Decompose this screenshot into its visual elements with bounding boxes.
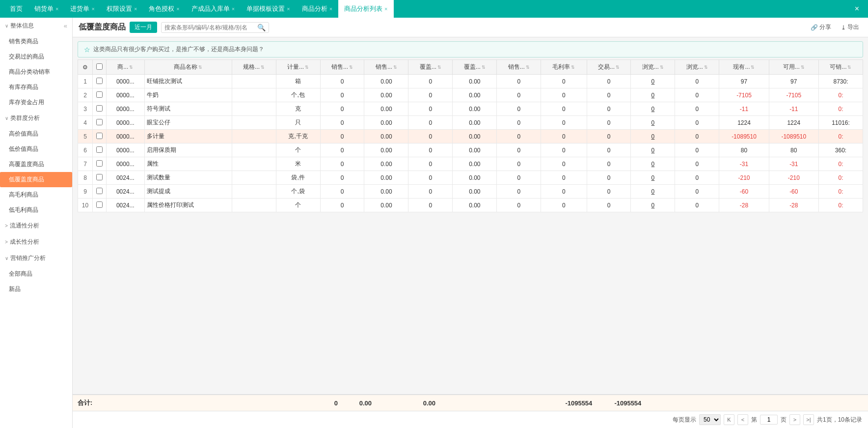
sidebar-section-growth[interactable]: > 成长性分析 (0, 234, 72, 250)
close-icon[interactable]: × (55, 6, 58, 12)
row-name[interactable]: 多计量 (144, 130, 232, 143)
window-close-button[interactable]: × (850, 0, 864, 18)
close-icon[interactable]: × (91, 6, 94, 12)
sidebar-item-high-margin[interactable]: 高毛利商品 (0, 187, 72, 202)
close-icon[interactable]: × (232, 6, 235, 12)
row-checkbox[interactable] (93, 185, 107, 199)
nav-product-analysis-list[interactable]: 商品分析列表 × (338, 0, 393, 18)
nav-role[interactable]: 角色授权 × (143, 0, 185, 18)
close-icon[interactable]: × (134, 6, 137, 12)
col-spec[interactable]: 规格...⇅ (232, 60, 276, 75)
col-sales-count[interactable]: 销售...⇅ (497, 60, 541, 75)
sidebar-item-capital[interactable]: 库存资金占用 (0, 95, 72, 110)
row-name[interactable]: 眼宝公仔 (144, 116, 232, 130)
nav-template[interactable]: 单据模板设置 × (241, 0, 296, 18)
row-gross-margin: 0 (541, 116, 587, 130)
row-checkbox[interactable] (93, 157, 107, 171)
row-browse1[interactable]: 0 (631, 116, 675, 130)
sidebar-item-low-margin[interactable]: 低毛利商品 (0, 202, 72, 218)
sidebar-item-sales-products[interactable]: 销售类商品 (0, 34, 72, 49)
nav-product-analysis[interactable]: 商品分析 × (296, 0, 338, 18)
row-name[interactable]: 测试数量 (144, 171, 232, 185)
sidebar-item-in-stock[interactable]: 有库存商品 (0, 80, 72, 95)
row-browse1[interactable]: 0 (631, 130, 675, 143)
row-name[interactable]: 测试提成 (144, 185, 232, 199)
row-name[interactable]: 符号测试 (144, 102, 232, 116)
sidebar-item-high-value[interactable]: 高价值商品 (0, 126, 72, 142)
nav-home[interactable]: 首页 (4, 0, 28, 18)
sidebar-item-traded[interactable]: 交易过的商品 (0, 49, 72, 64)
row-name[interactable]: 属性价格打印测试 (144, 199, 232, 212)
sidebar-item-new-products[interactable]: 新品 (0, 282, 72, 297)
row-name[interactable]: 启用保质期 (144, 143, 232, 157)
search-icon[interactable]: 🔍 (257, 24, 266, 31)
search-input[interactable] (164, 24, 257, 31)
sidebar-item-category-rate[interactable]: 商品分类动销率 (0, 64, 72, 80)
sidebar-item-high-coverage[interactable]: 高覆盖度商品 (0, 157, 72, 172)
select-all-checkbox[interactable] (96, 63, 103, 70)
row-browse1[interactable]: 0 (631, 75, 675, 88)
col-sales-amount[interactable]: 销售...⇅ (364, 60, 408, 75)
row-sales-amount: 0.00 (364, 102, 408, 116)
row-sales-amount: 0.00 (364, 185, 408, 199)
col-coverage1[interactable]: 覆盖...⇅ (408, 60, 453, 75)
col-sellable[interactable]: 可销...⇅ (818, 60, 863, 75)
row-browse1[interactable]: 0 (631, 88, 675, 102)
row-browse1[interactable]: 0 (631, 185, 675, 199)
col-unit[interactable]: 计量...⇅ (276, 60, 320, 75)
sidebar-section-overall[interactable]: ∨ 整体信息 « (0, 18, 72, 34)
row-checkbox[interactable] (93, 130, 107, 143)
sidebar-item-low-coverage[interactable]: 低覆盖度商品 (0, 172, 72, 187)
prev-page-button[interactable]: < (737, 414, 748, 425)
sidebar-section-marketing[interactable]: ∨ 营销推广分析 (0, 250, 72, 266)
col-gross-margin[interactable]: 毛利率⇅ (541, 60, 587, 75)
row-checkbox[interactable] (93, 199, 107, 212)
row-checkbox[interactable] (93, 171, 107, 185)
nav-product-warehouse[interactable]: 产成品入库单 × (186, 0, 241, 18)
row-browse1[interactable]: 0 (631, 171, 675, 185)
first-page-button[interactable]: K (724, 414, 734, 425)
col-code[interactable]: 商...⇅ (107, 60, 145, 75)
next-page-button[interactable]: > (789, 414, 800, 425)
row-name[interactable]: 牛奶 (144, 88, 232, 102)
row-name[interactable]: 属性 (144, 157, 232, 171)
sidebar-collapse-btn[interactable]: « (64, 22, 67, 29)
row-browse1[interactable]: 0 (631, 143, 675, 157)
sidebar-section-cluster[interactable]: ∨ 类群度分析 (0, 110, 72, 126)
close-icon[interactable]: × (287, 6, 290, 12)
col-coverage2[interactable]: 覆盖...⇅ (453, 60, 497, 75)
col-settings[interactable]: ⚙ (78, 60, 93, 75)
close-icon[interactable]: × (176, 6, 179, 12)
col-transaction[interactable]: 交易...⇅ (587, 60, 631, 75)
sidebar-item-low-value[interactable]: 低价值商品 (0, 142, 72, 157)
row-checkbox[interactable] (93, 116, 107, 130)
row-checkbox[interactable] (93, 75, 107, 88)
export-button[interactable]: ⤓ 导出 (838, 22, 862, 33)
share-button[interactable]: 🔗 分享 (808, 22, 834, 33)
last-page-button[interactable]: >| (803, 414, 814, 425)
current-page-input[interactable] (760, 415, 778, 425)
nav-purchase[interactable]: 进货单 × (64, 0, 100, 18)
row-checkbox[interactable] (93, 88, 107, 102)
per-page-select[interactable]: 50 (699, 414, 721, 425)
row-browse1[interactable]: 0 (631, 157, 675, 171)
col-browse2[interactable]: 浏览...⇅ (675, 60, 719, 75)
sidebar-item-all-products[interactable]: 全部商品 (0, 266, 72, 282)
sidebar-section-liquidity[interactable]: > 流通性分析 (0, 218, 72, 234)
col-name[interactable]: 商品名称⇅ (144, 60, 232, 75)
row-checkbox[interactable] (93, 143, 107, 157)
col-browse1[interactable]: 浏览...⇅ (631, 60, 675, 75)
row-browse1[interactable]: 0 (631, 199, 675, 212)
col-current-stock[interactable]: 现有...⇅ (719, 60, 769, 75)
row-name[interactable]: 旺铺批次测试 (144, 75, 232, 88)
col-sales-qty[interactable]: 销售...⇅ (320, 60, 364, 75)
close-icon[interactable]: × (384, 6, 387, 12)
row-transaction: 0 (587, 116, 631, 130)
time-filter-button[interactable]: 近一月 (130, 22, 157, 33)
row-checkbox[interactable] (93, 102, 107, 116)
col-available-stock[interactable]: 可用...⇅ (769, 60, 818, 75)
nav-permission[interactable]: 权限设置 × (101, 0, 143, 18)
nav-sales[interactable]: 销货单 × (28, 0, 64, 18)
close-icon[interactable]: × (329, 6, 332, 12)
row-browse1[interactable]: 0 (631, 102, 675, 116)
